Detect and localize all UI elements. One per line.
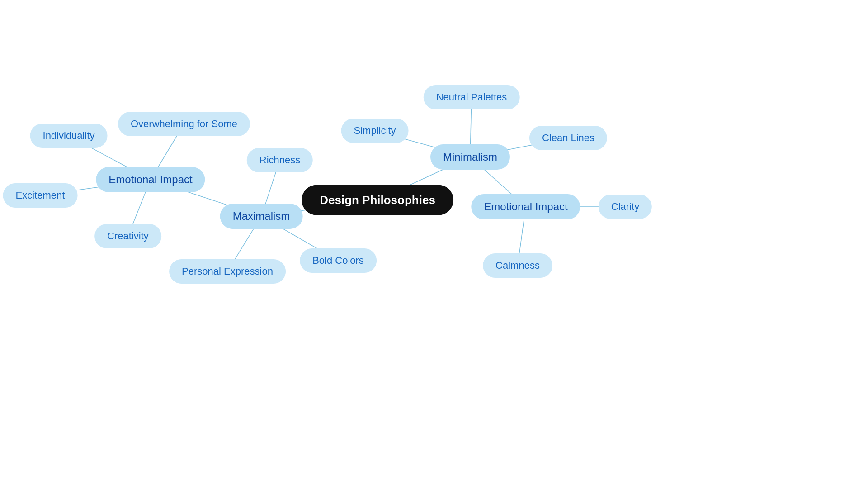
mind-map-canvas: Design PhilosophiesMaximalismMinimalismE… (0, 0, 868, 490)
leaf-node-10[interactable]: Clarity (599, 195, 652, 219)
leaf-node-3[interactable]: Creativity (94, 224, 161, 248)
branch-node-maximalism[interactable]: Maximalism (220, 204, 303, 229)
leaf-node-7[interactable]: Neutral Palettes (424, 85, 520, 109)
leaf-node-5[interactable]: Bold Colors (300, 248, 377, 273)
leaf-node-8[interactable]: Simplicity (341, 119, 409, 143)
leaf-node-6[interactable]: Personal Expression (169, 259, 286, 284)
leaf-node-0[interactable]: Overwhelming for Some (118, 112, 250, 136)
leaf-node-9[interactable]: Clean Lines (529, 126, 607, 150)
leaf-node-1[interactable]: Individuality (30, 124, 108, 148)
branch-node-minimalism[interactable]: Minimalism (430, 144, 510, 170)
branch-node-emotional-impact-right[interactable]: Emotional Impact (471, 194, 580, 219)
leaf-node-4[interactable]: Richness (247, 148, 313, 172)
leaf-node-2[interactable]: Excitement (3, 183, 78, 208)
branch-node-emotional-impact-left[interactable]: Emotional Impact (96, 167, 205, 192)
leaf-node-11[interactable]: Calmness (483, 253, 552, 278)
root-node[interactable]: Design Philosophies (302, 185, 453, 215)
